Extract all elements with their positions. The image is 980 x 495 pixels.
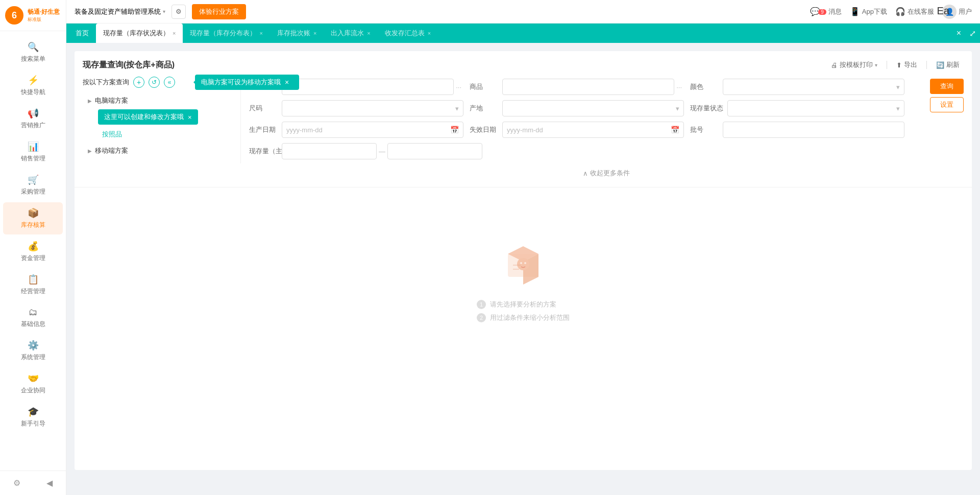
- sales-icon: 📊: [28, 141, 39, 152]
- cycle-icon: ↺: [152, 79, 157, 86]
- size-dropdown-icon: ▾: [455, 105, 459, 112]
- purchase-icon: 🛒: [28, 174, 39, 185]
- tooltip1: 电脑方案可设为移动方案哦 ×: [195, 75, 299, 90]
- tab-close-summary[interactable]: ×: [428, 30, 431, 36]
- size-select[interactable]: ▾: [282, 100, 463, 116]
- tab-close-inout[interactable]: ×: [367, 30, 370, 36]
- page-header: 现存量查询(按仓库+商品) 🖨 按模板打印 ▾ ⬆ 导出 🔄 刷新: [75, 51, 972, 77]
- filter-back-button[interactable]: «: [164, 77, 175, 88]
- goods-label: 商品: [470, 82, 498, 91]
- guide-icon: 🎓: [28, 406, 39, 417]
- sidebar-item-sales[interactable]: 📊 销售管理: [3, 136, 63, 168]
- sidebar-item-system[interactable]: ⚙️ 系统管理: [3, 335, 63, 367]
- sidebar-item-operations[interactable]: 📋 经营管理: [3, 269, 63, 301]
- svg-point-5: [524, 262, 526, 264]
- scheme-item-container: 按照品: [83, 128, 234, 141]
- user-display-text: Ea: [937, 5, 949, 17]
- filter-row-3: 生产日期 yyyy-mm-dd 📅 失效日期: [249, 122, 921, 138]
- filter-cycle-button[interactable]: ↺: [149, 77, 160, 88]
- sidebar-item-guide[interactable]: 🎓 新手引导: [3, 401, 63, 433]
- tab-inout[interactable]: 出入库流水 ×: [324, 23, 377, 43]
- expiry-date-input[interactable]: yyyy-mm-dd 📅: [502, 122, 684, 138]
- filter-header: 按以下方案查询 + ↺ « 电脑方案可设为移动方案哦 ×: [83, 77, 234, 88]
- filter-color: 颜色 ▾: [690, 79, 904, 95]
- batch-input[interactable]: [723, 122, 904, 138]
- scheme-mobile[interactable]: ▶ 移动端方案: [83, 144, 234, 157]
- reset-button[interactable]: 设置: [930, 97, 964, 112]
- expiry-date-label: 失效日期: [470, 125, 498, 134]
- tab-inventory-status[interactable]: 现存量（库存状况表） ×: [96, 23, 183, 43]
- sidebar-item-basic[interactable]: 🗂 基础信息: [3, 302, 63, 334]
- tab-inventory-dist[interactable]: 现存量（库存分布表） ×: [183, 23, 270, 43]
- color-select[interactable]: ▾: [723, 79, 904, 95]
- print-dropdown-icon: ▾: [875, 62, 877, 68]
- origin-select[interactable]: ▾: [502, 100, 684, 116]
- warehouse-dots[interactable]: ···: [454, 83, 463, 91]
- marketing-icon: 📢: [28, 108, 39, 119]
- sidebar-item-inventory[interactable]: 📦 库存核算: [3, 202, 63, 234]
- tab-home[interactable]: 首页: [68, 26, 96, 41]
- chevron-down-icon: ▾: [163, 9, 165, 14]
- tab-close-inventory-dist[interactable]: ×: [259, 30, 262, 36]
- tab-expand-button[interactable]: ⤢: [967, 27, 978, 40]
- filter-stock-status: 现存量状态 ▾: [690, 100, 904, 116]
- export-button[interactable]: ⬆ 导出: [892, 58, 921, 72]
- scheme-desktop[interactable]: ▶ 电脑端方案: [83, 94, 234, 107]
- scheme-item-by-goods[interactable]: 按照品: [97, 128, 234, 141]
- message-button[interactable]: 💬 9 消息: [810, 7, 842, 16]
- app-download-button[interactable]: 📱 App下载: [850, 7, 887, 16]
- color-label: 颜色: [690, 82, 719, 91]
- tab-summary[interactable]: 收发存汇总表 ×: [378, 23, 438, 43]
- sidebar-item-enterprise[interactable]: 🤝 企业协同: [3, 368, 63, 400]
- page-actions: 🖨 按模板打印 ▾ ⬆ 导出 🔄 刷新: [827, 58, 964, 72]
- production-date-input[interactable]: yyyy-mm-dd 📅: [282, 122, 463, 138]
- search-button[interactable]: 查询: [930, 79, 964, 94]
- print-button[interactable]: 🖨 按模板打印 ▾: [827, 58, 881, 72]
- stock-status-select[interactable]: ▾: [727, 100, 904, 116]
- sidebar-item-marketing[interactable]: 📢 营销推广: [3, 103, 63, 135]
- stock-main-from-input[interactable]: [282, 143, 377, 159]
- sidebar-item-search[interactable]: 🔍 搜索菜单: [3, 36, 63, 68]
- sidebar-item-purchase[interactable]: 🛒 采购管理: [3, 169, 63, 201]
- sidebar-collapse-button[interactable]: ◀: [42, 476, 57, 490]
- trial-button[interactable]: 体验行业方案: [192, 4, 246, 19]
- goods-dots[interactable]: ···: [674, 83, 684, 91]
- tab-close-all-button[interactable]: ×: [954, 27, 963, 40]
- sidebar-item-finance[interactable]: 💰 资金管理: [3, 235, 63, 268]
- production-date-label: 生产日期: [249, 125, 278, 134]
- inventory-icon: 📦: [28, 207, 39, 219]
- collapse-button[interactable]: ∧ 收起更多条件: [583, 169, 630, 178]
- refresh-button[interactable]: 🔄 刷新: [932, 58, 964, 72]
- tab-close-inventory-status[interactable]: ×: [173, 30, 176, 36]
- tab-batch[interactable]: 库存批次账 ×: [270, 23, 324, 43]
- sidebar-nav: 🔍 搜索菜单 ⚡ 快捷导航 📢 营销推广 📊 销售管理 🛒 采购管理 📦 库存核…: [0, 31, 66, 470]
- sidebar-bottom: ⚙ ◀: [0, 470, 66, 495]
- tab-close-batch[interactable]: ×: [313, 30, 316, 36]
- search-buttons: 查询 设置: [930, 79, 964, 112]
- sidebar-settings-button[interactable]: ⚙: [9, 476, 24, 490]
- settings-button[interactable]: ⚙: [172, 5, 186, 19]
- tooltip1-close-button[interactable]: ×: [285, 78, 289, 86]
- finance-icon: 💰: [28, 241, 39, 252]
- filter-row-4: 现存量（主） —: [249, 143, 921, 159]
- arrow-icon: ▶: [88, 98, 92, 104]
- goods-select[interactable]: [502, 79, 674, 95]
- sidebar-item-quick[interactable]: ⚡ 快捷导航: [3, 69, 63, 102]
- main-content: 现存量查询(按仓库+商品) 🖨 按模板打印 ▾ ⬆ 导出 🔄 刷新: [66, 43, 980, 495]
- page-title: 现存量查询(按仓库+商品): [83, 60, 175, 70]
- tooltip2-close-button[interactable]: ×: [188, 113, 192, 121]
- logo-text: 畅通·好生意 标准版: [28, 8, 60, 23]
- filter-row-1: 仓库 ··· 商品: [249, 79, 921, 95]
- search-icon: 🔍: [28, 41, 39, 53]
- support-button[interactable]: 🎧 在线客服: [895, 7, 934, 16]
- print-icon: 🖨: [831, 61, 838, 69]
- calendar-icon: 📅: [450, 126, 459, 134]
- warehouse-select[interactable]: [282, 79, 454, 95]
- origin-dropdown-icon: ▾: [676, 105, 679, 112]
- export-icon: ⬆: [896, 61, 902, 69]
- stock-main-to-input[interactable]: [387, 143, 482, 159]
- system-selector[interactable]: 装备及固定资产辅助管理系统 ▾: [75, 7, 165, 16]
- lightning-icon: ⚡: [28, 75, 39, 86]
- color-dropdown-icon: ▾: [896, 83, 900, 91]
- filter-add-button[interactable]: +: [133, 77, 144, 88]
